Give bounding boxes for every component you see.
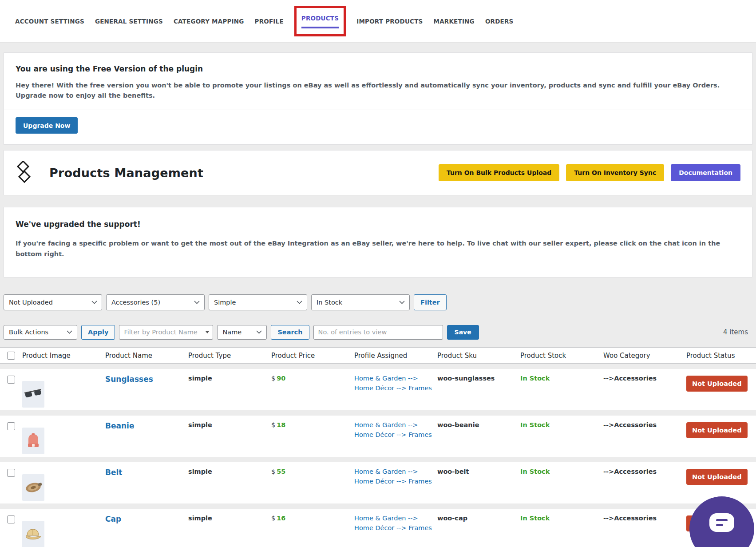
- page-title: Products Management: [49, 166, 203, 180]
- save-button[interactable]: Save: [447, 325, 479, 340]
- product-price: $16: [269, 515, 352, 522]
- bulk-products-upload-button[interactable]: Turn On Bulk Products Upload: [439, 164, 559, 181]
- product-thumbnail[interactable]: [22, 428, 44, 454]
- stock-status-select[interactable]: In Stock: [311, 294, 410, 310]
- profile-link[interactable]: Home & Garden -->: [354, 421, 418, 428]
- upload-status-value: Not Uploaded: [9, 299, 53, 306]
- annotation-highlight-box: PRODUCTS: [294, 6, 346, 36]
- table-row: Beanie simple $18 Home & Garden --> Home…: [0, 416, 756, 457]
- filter-button[interactable]: Filter: [414, 294, 447, 310]
- support-body: If you're facing a specific problem or w…: [16, 238, 740, 259]
- profile-link[interactable]: Home & Garden -->: [354, 375, 418, 382]
- chevron-down-icon: [399, 301, 405, 304]
- product-sku: woo-beanie: [435, 421, 518, 428]
- product-thumbnail[interactable]: [22, 474, 44, 501]
- profile-assigned: Home & Garden --> Home Décor --> Frames: [352, 375, 435, 394]
- search-button[interactable]: Search: [271, 325, 309, 340]
- status-badge: Not Uploaded: [686, 469, 748, 485]
- product-type: simple: [186, 468, 269, 475]
- product-name-link[interactable]: Cap: [105, 515, 121, 523]
- row-checkbox[interactable]: [7, 422, 15, 430]
- documentation-button[interactable]: Documentation: [671, 164, 740, 181]
- chevron-down-icon: [256, 330, 262, 334]
- profile-link[interactable]: Home Décor --> Frames: [354, 524, 432, 531]
- product-type-select[interactable]: Simple: [209, 294, 307, 310]
- chevron-down-icon: [67, 330, 72, 334]
- profile-link[interactable]: Home Décor --> Frames: [354, 478, 432, 485]
- stock-status-value: In Stock: [317, 299, 342, 306]
- product-price: $18: [269, 421, 352, 428]
- profile-link[interactable]: Home & Garden -->: [354, 468, 418, 475]
- col-product-image: Product Image: [20, 352, 103, 360]
- tab-marketing[interactable]: MARKETING: [434, 18, 475, 25]
- category-value: Accessories (5): [111, 299, 160, 306]
- products-table: Product Image Product Name Product Type …: [0, 347, 756, 547]
- inventory-sync-button[interactable]: Turn On Inventory Sync: [566, 164, 664, 181]
- woo-category: -->Accessories: [601, 468, 684, 475]
- upgrade-now-button[interactable]: Upgrade Now: [16, 117, 78, 134]
- cap-image: [24, 527, 42, 541]
- category-select[interactable]: Accessories (5): [106, 294, 205, 310]
- col-product-type: Product Type: [186, 352, 269, 360]
- upload-status-select[interactable]: Not Uploaded: [4, 294, 102, 310]
- product-name-filter-input[interactable]: [119, 325, 213, 340]
- woo-category: -->Accessories: [601, 375, 684, 382]
- tab-import-products[interactable]: IMPORT PRODUCTS: [356, 18, 423, 25]
- product-type: simple: [186, 421, 269, 428]
- profile-assigned: Home & Garden --> Home Décor --> Frames: [352, 515, 435, 534]
- product-price: $90: [269, 375, 352, 382]
- tab-products[interactable]: PRODUCTS: [301, 15, 339, 28]
- product-type-value: Simple: [214, 299, 236, 306]
- col-product-name: Product Name: [103, 352, 186, 360]
- row-checkbox[interactable]: [7, 515, 15, 523]
- product-thumbnail[interactable]: [22, 381, 44, 408]
- col-product-stock: Product Stock: [518, 352, 601, 360]
- product-sku: woo-sunglasses: [435, 375, 518, 382]
- profile-link[interactable]: Home Décor --> Frames: [354, 431, 432, 438]
- table-row: Cap simple $16 Home & Garden --> Home Dé…: [0, 509, 756, 547]
- support-notice: We've upgraded the support! If you're fa…: [4, 207, 752, 277]
- tab-account-settings[interactable]: ACCOUNT SETTINGS: [15, 18, 84, 25]
- select-all-checkbox[interactable]: [7, 352, 15, 360]
- tab-general-settings[interactable]: GENERAL SETTINGS: [95, 18, 163, 25]
- table-row: Sunglasses simple $90 Home & Garden --> …: [0, 369, 756, 410]
- sort-by-select[interactable]: Name: [217, 325, 267, 340]
- product-name-link[interactable]: Sunglasses: [105, 375, 153, 384]
- chevron-down-icon: [194, 301, 200, 304]
- plugin-logo-icon: [16, 161, 32, 184]
- profile-link[interactable]: Home Décor --> Frames: [354, 384, 432, 392]
- combobox-arrow-icon: [206, 331, 209, 333]
- tab-orders[interactable]: ORDERS: [485, 18, 514, 25]
- profile-link[interactable]: Home & Garden -->: [354, 515, 418, 522]
- product-stock: In Stock: [518, 515, 601, 522]
- row-checkbox[interactable]: [7, 469, 15, 477]
- toolbar-row: Bulk Actions Apply Name Search Save 4 it…: [4, 325, 752, 340]
- entries-to-view-input[interactable]: [313, 325, 443, 340]
- product-stock: In Stock: [518, 375, 601, 382]
- product-stock: In Stock: [518, 421, 601, 428]
- beanie-image: [26, 432, 41, 449]
- sort-by-value: Name: [222, 329, 241, 336]
- profile-assigned: Home & Garden --> Home Décor --> Frames: [352, 421, 435, 441]
- product-type: simple: [186, 515, 269, 522]
- product-name-link[interactable]: Belt: [105, 468, 122, 477]
- product-name-filter-wrap: [119, 325, 213, 340]
- row-checkbox[interactable]: [7, 376, 15, 384]
- tab-profile[interactable]: PROFILE: [255, 18, 284, 25]
- tab-category-mapping[interactable]: CATEGORY MAPPING: [174, 18, 244, 25]
- woo-category: -->Accessories: [601, 515, 684, 522]
- apply-button[interactable]: Apply: [81, 325, 115, 340]
- bulk-actions-value: Bulk Actions: [9, 329, 48, 336]
- product-sku: woo-cap: [435, 515, 518, 522]
- col-product-sku: Product Sku: [435, 352, 518, 360]
- free-version-banner: You are using the Free Version of the pl…: [4, 52, 752, 145]
- col-profile-assigned: Profile Assigned: [352, 352, 435, 360]
- top-nav: ACCOUNT SETTINGS GENERAL SETTINGS CATEGO…: [0, 0, 756, 43]
- product-name-link[interactable]: Beanie: [105, 421, 134, 430]
- products-management-header: Products Management Turn On Bulk Product…: [4, 150, 752, 195]
- table-header-row: Product Image Product Name Product Type …: [0, 347, 756, 364]
- bulk-actions-select[interactable]: Bulk Actions: [4, 325, 77, 340]
- support-title: We've upgraded the support!: [16, 220, 740, 229]
- product-thumbnail[interactable]: [22, 521, 44, 547]
- chevron-down-icon: [91, 301, 97, 304]
